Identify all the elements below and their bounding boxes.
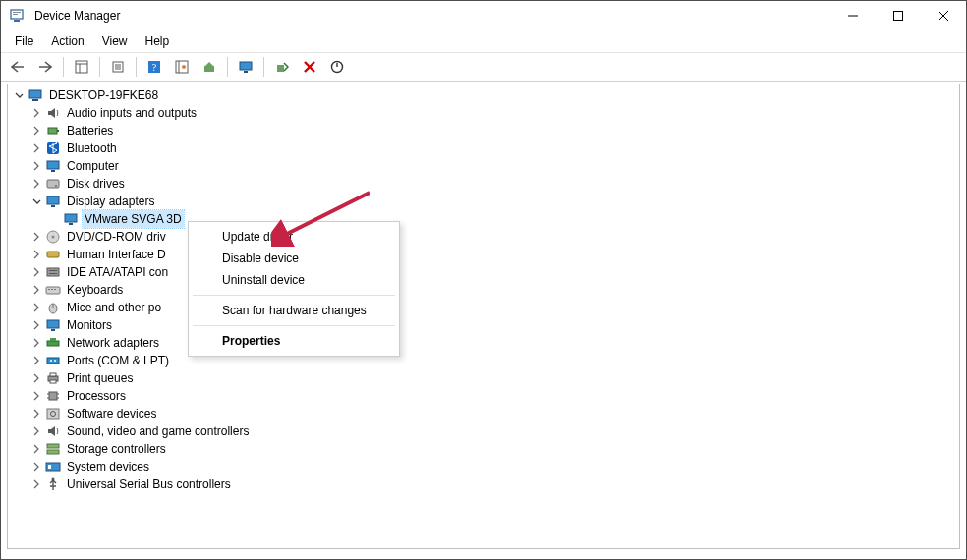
toolbar-show-hide-tree-button[interactable] [69, 54, 94, 80]
toolbar-uninstall-button[interactable] [297, 54, 322, 80]
caret-right-icon[interactable] [29, 336, 43, 350]
tree-node[interactable]: System devices [29, 458, 959, 476]
caret-down-icon[interactable] [29, 195, 43, 208]
svg-rect-52 [47, 320, 59, 328]
tree-node[interactable]: Processors [29, 387, 959, 405]
tree-node[interactable]: Mice and other po [29, 299, 959, 316]
svg-rect-27 [29, 90, 41, 98]
caret-right-icon[interactable] [29, 141, 43, 155]
minimize-button[interactable] [830, 1, 876, 30]
tree-node[interactable]: Display adapters [29, 193, 959, 210]
svg-point-41 [52, 236, 55, 239]
ctx-uninstall-device[interactable]: Uninstall device [191, 269, 397, 291]
caret-right-icon[interactable] [29, 159, 43, 173]
tree-node[interactable]: Human Interface D [29, 246, 959, 263]
maximize-button[interactable] [876, 1, 921, 30]
tree-node-label: Software devices [65, 405, 158, 422]
tree-node[interactable]: Bluetooth [29, 140, 959, 157]
svg-point-57 [50, 360, 52, 362]
caret-right-icon[interactable] [29, 371, 43, 385]
toolbar-properties-button[interactable] [105, 54, 131, 80]
svg-point-73 [52, 478, 55, 481]
tree-node[interactable]: Sound, video and game controllers [29, 422, 959, 440]
caret-right-icon[interactable] [29, 407, 43, 420]
caret-right-icon[interactable] [29, 318, 43, 332]
toolbar-forward-button[interactable] [32, 54, 58, 80]
tree-node[interactable]: Computer [29, 157, 959, 175]
svg-rect-28 [32, 99, 38, 101]
ctx-scan-hardware[interactable]: Scan for hardware changes [191, 300, 397, 321]
optical-icon [45, 229, 61, 245]
close-button[interactable] [921, 1, 966, 30]
svg-rect-72 [48, 465, 51, 469]
titlebar: Device Manager [1, 1, 966, 30]
tree-node-label: Network adapters [65, 334, 161, 352]
toolbar-monitor-button[interactable] [233, 54, 258, 80]
tree-node[interactable]: DVD/CD-ROM driv [29, 228, 959, 246]
ctx-disable-device[interactable]: Disable device [191, 248, 397, 269]
tree-node[interactable]: Keyboards [29, 281, 959, 299]
tree-node[interactable]: Ports (COM & LPT) [29, 352, 959, 369]
caret-right-icon[interactable] [29, 477, 43, 491]
svg-rect-60 [50, 373, 56, 376]
toolbar-update-driver-button[interactable] [197, 54, 222, 80]
caret-right-icon[interactable] [29, 248, 43, 261]
tree-node-label: Monitors [65, 316, 114, 334]
menu-view[interactable]: View [94, 32, 136, 50]
tree-node[interactable]: Monitors [29, 316, 959, 334]
tree-node-label: Mice and other po [65, 299, 163, 316]
tree-children: Audio inputs and outputsBatteriesBluetoo… [12, 104, 959, 493]
usb-icon [45, 476, 61, 492]
toolbar-scan-button[interactable] [169, 54, 195, 80]
svg-rect-46 [46, 287, 60, 294]
tree-node[interactable]: Disk drives [29, 175, 959, 193]
caret-right-icon[interactable] [29, 230, 43, 244]
tree-node-label: Human Interface D [65, 246, 168, 263]
hid-icon [45, 247, 61, 262]
tree-node[interactable]: Software devices [29, 405, 959, 422]
tree-node[interactable]: Print queues [29, 369, 959, 387]
caret-right-icon[interactable] [29, 460, 43, 474]
caret-right-icon[interactable] [29, 354, 43, 367]
caret-right-icon[interactable] [29, 177, 43, 191]
tree-node[interactable]: Audio inputs and outputs [29, 104, 959, 122]
tree-node-label: Universal Serial Bus controllers [65, 476, 233, 493]
svg-text:?: ? [152, 62, 157, 73]
svg-rect-33 [51, 170, 55, 172]
tree-node-label: Batteries [65, 122, 115, 140]
svg-rect-48 [51, 289, 53, 290]
ctx-update-driver[interactable]: Update driver [191, 226, 397, 248]
computer-icon [28, 87, 43, 103]
caret-right-icon[interactable] [29, 283, 43, 297]
caret-right-icon[interactable] [29, 301, 43, 314]
toolbar-enable-button[interactable] [269, 54, 295, 80]
tree-node[interactable]: VMware SVGA 3D [47, 210, 959, 228]
toolbar-disable-button[interactable] [324, 54, 350, 80]
menu-action[interactable]: Action [43, 32, 91, 50]
tree-node-label: System devices [65, 458, 151, 476]
device-tree-panel[interactable]: DESKTOP-19FKE68Audio inputs and outputsB… [7, 84, 960, 549]
tree-node[interactable]: Universal Serial Bus controllers [29, 476, 959, 493]
tree-node[interactable]: Batteries [29, 122, 959, 140]
caret-right-icon[interactable] [29, 389, 43, 403]
svg-rect-3 [13, 14, 18, 15]
svg-rect-45 [49, 273, 57, 274]
menu-help[interactable]: Help [138, 32, 178, 50]
svg-rect-61 [50, 380, 56, 383]
caret-right-icon[interactable] [29, 442, 43, 456]
tree-node[interactable]: IDE ATA/ATAPI con [29, 263, 959, 281]
ctx-properties[interactable]: Properties [191, 330, 397, 352]
caret-right-icon[interactable] [29, 424, 43, 438]
svg-rect-23 [277, 65, 284, 72]
toolbar-back-button[interactable] [5, 54, 30, 80]
svg-rect-69 [47, 444, 59, 448]
tree-node[interactable]: Storage controllers [29, 440, 959, 458]
tree-node[interactable]: DESKTOP-19FKE68 [12, 86, 959, 104]
caret-right-icon[interactable] [29, 106, 43, 120]
tree-node[interactable]: Network adapters [29, 334, 959, 352]
menu-file[interactable]: File [7, 32, 41, 50]
caret-right-icon[interactable] [29, 124, 43, 138]
caret-down-icon[interactable] [12, 88, 26, 102]
toolbar-help-button[interactable]: ? [142, 54, 167, 80]
caret-right-icon[interactable] [29, 265, 43, 279]
